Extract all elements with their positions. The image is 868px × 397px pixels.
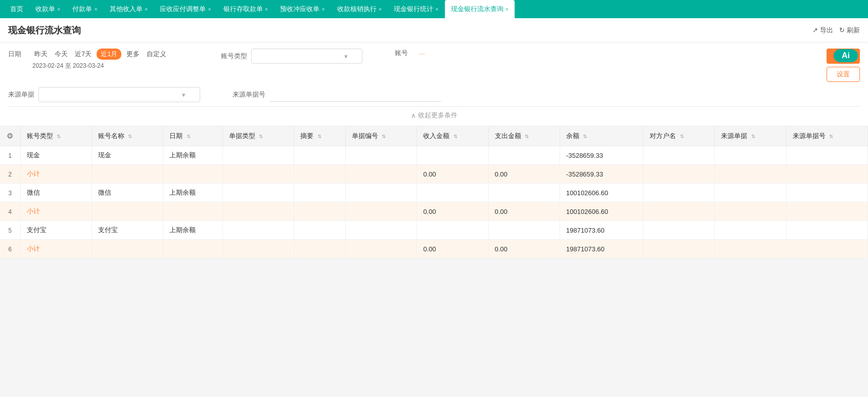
close-icon[interactable]: × <box>208 0 211 18</box>
cell-date: 上期余额 <box>163 146 223 165</box>
date-opt-7days[interactable]: 近7天 <box>73 49 94 60</box>
close-icon[interactable]: × <box>265 0 268 18</box>
col-doc-no[interactable]: 单据编号 ⇅ <box>345 126 417 146</box>
nav-tab-shoukuan-hexiao[interactable]: 收款核销执行 × <box>331 0 388 18</box>
col-date[interactable]: 日期 ⇅ <box>163 126 223 146</box>
col-expense[interactable]: 支出金额 ⇅ <box>488 126 560 146</box>
close-icon[interactable]: × <box>506 0 509 18</box>
close-icon[interactable]: × <box>145 0 148 18</box>
col-income[interactable]: 收入金额 ⇅ <box>417 126 488 146</box>
header-actions: ↗ 导出 ↻ 刷新 <box>812 26 860 35</box>
nav-tab-liushui-chaxun[interactable]: 现金银行流水查询 × <box>445 0 515 18</box>
cell-num: 3 <box>0 184 20 202</box>
cell-income: 0.00 <box>417 165 488 184</box>
cell-summary <box>294 146 346 165</box>
col-summary[interactable]: 摘要 ⇅ <box>294 126 346 146</box>
close-icon[interactable]: × <box>57 0 60 18</box>
nav-tab-xianjin-tongji[interactable]: 现金银行统计 × <box>388 0 444 18</box>
cell-expense: 0.00 <box>488 240 560 258</box>
cell-account-type: 小计 <box>20 165 92 184</box>
col-balance[interactable]: 余额 ⇅ <box>560 126 643 146</box>
close-icon[interactable]: × <box>94 0 97 18</box>
table-row[interactable]: 4 小计 0.00 0.00 100102606.60 <box>0 202 868 221</box>
cell-date: 上期余额 <box>163 221 223 240</box>
nav-tab-shoukuan[interactable]: 收款单 × <box>29 0 66 18</box>
collapse-conditions-button[interactable]: ∧ 收起更多条件 <box>8 106 860 120</box>
cell-source-doc-no <box>786 202 867 221</box>
nav-tab-yingshou[interactable]: 应收应付调整单 × <box>154 0 217 18</box>
cell-account-name: 现金 <box>92 146 163 165</box>
date-opt-yesterday[interactable]: 昨天 <box>32 49 50 60</box>
col-source-doc-no[interactable]: 来源单据号 ⇅ <box>786 126 867 146</box>
sort-icon: ⇅ <box>128 134 132 139</box>
cell-balance: -3528659.33 <box>560 146 643 165</box>
col-account-type[interactable]: 账号类型 ⇅ <box>20 126 92 146</box>
cell-doc-no <box>345 184 417 202</box>
nav-tab-yushou[interactable]: 预收冲应收单 × <box>274 0 331 18</box>
col-counterparty[interactable]: 对方户名 ⇅ <box>643 126 714 146</box>
cell-income <box>417 221 488 240</box>
source-doc-no-input[interactable] <box>269 87 441 102</box>
top-navigation: 首页 收款单 × 付款单 × 其他收入单 × 应收应付调整单 × 银行存取款单 … <box>0 0 868 18</box>
account-type-select[interactable]: ▾ <box>251 49 362 64</box>
cell-account-type: 小计 <box>20 202 92 221</box>
close-icon[interactable]: × <box>379 0 382 18</box>
col-source-doc[interactable]: 来源单据 ⇅ <box>715 126 786 146</box>
date-opt-today[interactable]: 今天 <box>53 49 70 60</box>
cell-source-doc-no <box>786 184 867 202</box>
nav-tab-qita[interactable]: 其他收入单 × <box>104 0 154 18</box>
nav-home[interactable]: 首页 <box>4 0 29 18</box>
table-row[interactable]: 1 现金 现金 上期余额 -3528659.33 <box>0 146 868 165</box>
refresh-button[interactable]: ↻ 刷新 <box>839 26 860 35</box>
cell-counterparty <box>643 184 714 202</box>
close-icon[interactable]: × <box>322 0 325 18</box>
date-range-display: 2023-02-24 至 2023-03-24 <box>32 62 104 69</box>
cell-source-doc <box>715 165 786 184</box>
cell-date: 上期余额 <box>163 184 223 202</box>
date-opt-custom[interactable]: 自定义 <box>145 49 168 60</box>
settings-button[interactable]: 设置 <box>827 67 860 82</box>
cell-account-name <box>92 202 163 221</box>
table-row[interactable]: 2 小计 0.00 0.00 -3528659.33 <box>0 165 868 184</box>
cell-source-doc <box>715 221 786 240</box>
date-options: 昨天 今天 近7天 近1月 更多 自定义 <box>32 49 168 60</box>
date-label: 日期 <box>8 50 28 59</box>
table-row[interactable]: 6 小计 0.00 0.00 19871073.60 <box>0 240 868 258</box>
cell-expense <box>488 221 560 240</box>
cell-doc-no <box>345 165 417 184</box>
more-dots[interactable]: ··· <box>419 50 425 57</box>
cell-source-doc <box>715 146 786 165</box>
sort-icon: ⇅ <box>525 134 529 139</box>
cell-source-doc-no <box>786 165 867 184</box>
sort-icon: ⇅ <box>259 134 263 139</box>
cell-doc-type <box>222 221 294 240</box>
cell-doc-type <box>222 146 294 165</box>
export-button[interactable]: ↗ 导出 <box>812 26 833 35</box>
cell-num: 2 <box>0 165 20 184</box>
col-settings[interactable]: ⚙ <box>0 126 20 146</box>
page-header: 现金银行流水查询 ↗ 导出 ↻ 刷新 <box>0 18 868 42</box>
refresh-icon: ↻ <box>839 26 845 34</box>
source-doc-select[interactable]: ▾ <box>38 87 200 102</box>
cell-counterparty <box>643 165 714 184</box>
date-opt-1month[interactable]: 近1月 <box>97 49 121 60</box>
data-table: ⚙ 账号类型 ⇅ 账号名称 ⇅ 日期 ⇅ 单据类型 ⇅ <box>0 126 868 258</box>
table-row[interactable]: 5 支付宝 支付宝 上期余额 19871073.60 <box>0 221 868 240</box>
nav-tab-fukuan[interactable]: 付款单 × <box>66 0 103 18</box>
sort-icon: ⇅ <box>187 134 191 139</box>
nav-tab-yinhang[interactable]: 银行存取款单 × <box>217 0 274 18</box>
cell-source-doc-no <box>786 146 867 165</box>
close-icon[interactable]: × <box>435 0 438 18</box>
cell-account-name <box>92 240 163 258</box>
col-doc-type[interactable]: 单据类型 ⇅ <box>222 126 294 146</box>
sort-icon: ⇅ <box>317 134 322 139</box>
ai-badge[interactable]: Ai <box>834 49 858 62</box>
date-opt-more[interactable]: 更多 <box>124 49 142 60</box>
table-row[interactable]: 3 微信 微信 上期余额 100102606.60 <box>0 184 868 202</box>
account-type-label: 账号类型 <box>221 52 247 61</box>
col-account-name[interactable]: 账号名称 ⇅ <box>92 126 163 146</box>
cell-balance: 100102606.60 <box>560 184 643 202</box>
gear-icon[interactable]: ⚙ <box>7 131 13 140</box>
cell-doc-no <box>345 202 417 221</box>
cell-num: 5 <box>0 221 20 240</box>
